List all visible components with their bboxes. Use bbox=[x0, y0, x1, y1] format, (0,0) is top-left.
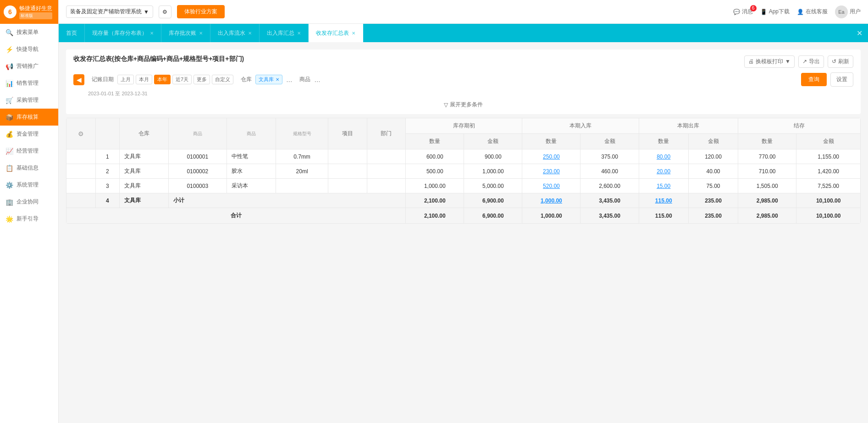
warehouse-tag[interactable]: 文具库 ✕ bbox=[255, 75, 282, 84]
tabbar: 首页 现存量（库存分布表） ✕ 库存批次账 ✕ 出入库流水 ✕ 出入库汇总 ✕ … bbox=[59, 24, 868, 42]
sidebar-item-search[interactable]: 🔍 搜索菜单 bbox=[0, 24, 58, 41]
date-btn-7days[interactable]: 近7天 bbox=[172, 75, 192, 84]
basic-icon: 📋 bbox=[6, 165, 13, 172]
sidebar-item-guide[interactable]: 🌟 新手引导 bbox=[0, 210, 58, 227]
date-filter: 记账日期 上月 本月 本年 近7天 更多 自定义 bbox=[92, 75, 233, 84]
row-warehouse: 文具库 bbox=[119, 149, 168, 164]
operations-icon: 📈 bbox=[6, 148, 13, 155]
col-settings-header[interactable]: ⚙ bbox=[66, 118, 96, 149]
col-in-amt: 金额 bbox=[581, 134, 639, 149]
sidebar-item-corp[interactable]: 🏢 企业协同 bbox=[0, 193, 58, 210]
table-row: 2 文具库 0100002 胶水 20ml 500.00 1,000.00 23… bbox=[66, 164, 861, 179]
system-selector[interactable]: 装备及固定资产辅助管理系统 ▼ bbox=[66, 5, 153, 18]
message-button[interactable]: 💬 消息 6 bbox=[733, 8, 753, 16]
message-icon: 💬 bbox=[733, 9, 740, 15]
col-in-qty: 数量 bbox=[522, 134, 581, 149]
row-out-qty[interactable]: 115.00 bbox=[639, 193, 688, 208]
row-open-qty: 500.00 bbox=[406, 164, 464, 179]
tab-inout-flow[interactable]: 出入库流水 ✕ bbox=[210, 24, 260, 42]
date-btn-custom[interactable]: 自定义 bbox=[212, 75, 233, 84]
tab-close-receive-summary[interactable]: ✕ bbox=[352, 31, 355, 36]
sidebar-item-purchase[interactable]: 🛒 采购管理 bbox=[0, 92, 58, 109]
col-close-qty: 数量 bbox=[738, 134, 796, 149]
expand-more-button[interactable]: ▽ 展开更多条件 bbox=[444, 101, 483, 109]
row-spec: 20ml bbox=[276, 164, 328, 179]
footer-in-qty: 1,000.00 bbox=[522, 208, 581, 224]
query-button[interactable]: 查询 bbox=[801, 73, 827, 86]
row-in-amt: 3,435.00 bbox=[581, 193, 639, 208]
sidebar-item-system[interactable]: ⚙️ 系统管理 bbox=[0, 176, 58, 193]
tab-receive-summary[interactable]: 收发存汇总表 ✕ bbox=[309, 24, 363, 42]
row-in-amt: 375.00 bbox=[581, 149, 639, 164]
row-out-qty[interactable]: 80.00 bbox=[639, 149, 688, 164]
row-open-qty: 600.00 bbox=[406, 149, 464, 164]
warehouse-tag-remove[interactable]: ✕ bbox=[276, 77, 279, 82]
date-btn-last-month[interactable]: 上月 bbox=[117, 75, 134, 84]
row-close-qty: 770.00 bbox=[738, 149, 796, 164]
export-button[interactable]: ↗ 导出 bbox=[798, 55, 824, 68]
product-more-button[interactable]: ... bbox=[314, 76, 320, 84]
close-all-tabs-button[interactable]: ✕ bbox=[851, 29, 868, 38]
row-name: 胶水 bbox=[227, 164, 276, 179]
trial-button[interactable]: 体验行业方案 bbox=[177, 5, 225, 18]
filter-settings-button[interactable]: 设置 bbox=[830, 72, 853, 87]
footer-open-qty: 2,100.00 bbox=[406, 208, 464, 224]
col-name-header: 商品 bbox=[227, 118, 276, 149]
data-table: ⚙ 仓库 商品 商品 规格型号 项目 部门 库存期初 本期入库 本期出库 结存 bbox=[66, 118, 861, 224]
sidebar-item-operations[interactable]: 📈 经营管理 bbox=[0, 143, 58, 159]
sidebar-logo: 6 畅捷通好生意 标准版 bbox=[0, 0, 58, 24]
row-dept bbox=[367, 164, 405, 179]
filter-toggle[interactable]: ◀ bbox=[73, 74, 84, 85]
print-button[interactable]: 🖨 换模板打印 ▼ bbox=[744, 55, 795, 68]
row-dept bbox=[367, 149, 405, 164]
sidebar-item-finance[interactable]: 💰 资金管理 bbox=[0, 126, 58, 143]
col-close-amt: 金额 bbox=[796, 134, 861, 149]
tab-batch[interactable]: 库存批次账 ✕ bbox=[161, 24, 210, 42]
row-out-qty[interactable]: 20.00 bbox=[639, 164, 688, 179]
tab-close-inout-summary[interactable]: ✕ bbox=[297, 31, 301, 36]
sidebar-item-marketing[interactable]: 📢 营销推广 bbox=[0, 58, 58, 75]
user-menu[interactable]: Ea 用户 bbox=[835, 5, 861, 18]
row-out-qty[interactable]: 15.00 bbox=[639, 179, 688, 193]
tab-inventory-dist[interactable]: 现存量（库存分布表） ✕ bbox=[85, 24, 161, 42]
date-btn-this-year[interactable]: 本年 bbox=[154, 75, 171, 84]
sidebar-item-basic[interactable]: 📋 基础信息 bbox=[0, 159, 58, 176]
row-open-qty: 2,100.00 bbox=[406, 193, 464, 208]
gear-icon: ⚙ bbox=[162, 9, 167, 15]
page-header: 收发存汇总表(按仓库+商品编码+商品+规格型号+项目+部门) 🖨 换模板打印 ▼… bbox=[66, 49, 861, 114]
tab-close-inventory-dist[interactable]: ✕ bbox=[150, 31, 154, 36]
sidebar-item-quick-nav[interactable]: ⚡ 快捷导航 bbox=[0, 41, 58, 58]
chevron-down-icon-expand: ▽ bbox=[444, 102, 448, 108]
table-settings-icon[interactable]: ⚙ bbox=[78, 130, 84, 137]
settings-button[interactable]: ⚙ bbox=[159, 5, 171, 18]
row-close-amt: 1,420.00 bbox=[796, 164, 861, 179]
date-btn-this-month[interactable]: 本月 bbox=[136, 75, 152, 84]
arrow-left-icon: ◀ bbox=[77, 76, 82, 83]
tab-home[interactable]: 首页 bbox=[59, 24, 85, 42]
refresh-button[interactable]: ↺ 刷新 bbox=[828, 55, 853, 68]
tab-close-batch[interactable]: ✕ bbox=[199, 31, 203, 36]
row-close-amt: 10,100.00 bbox=[796, 193, 861, 208]
row-in-qty[interactable]: 1,000.00 bbox=[522, 193, 581, 208]
date-btn-more[interactable]: 更多 bbox=[194, 75, 210, 84]
row-open-amt: 900.00 bbox=[464, 149, 522, 164]
row-warehouse: 文具库 bbox=[119, 179, 168, 193]
row-open-amt: 5,000.00 bbox=[464, 179, 522, 193]
app-download-button[interactable]: 📱 App下载 bbox=[760, 8, 790, 16]
refresh-icon: ↺ bbox=[832, 58, 836, 65]
row-dept bbox=[367, 179, 405, 193]
row-in-qty[interactable]: 520.00 bbox=[522, 179, 581, 193]
table-row: 1 文具库 0100001 中性笔 0.7mm 600.00 900.00 25… bbox=[66, 149, 861, 164]
sidebar-item-sales[interactable]: 📊 销售管理 bbox=[0, 75, 58, 92]
row-in-qty[interactable]: 250.00 bbox=[522, 149, 581, 164]
row-open-amt: 6,900.00 bbox=[464, 193, 522, 208]
sidebar-item-inventory[interactable]: 📦 库存核算 bbox=[0, 109, 58, 126]
tab-close-inout-flow[interactable]: ✕ bbox=[248, 31, 252, 36]
row-in-qty[interactable]: 230.00 bbox=[522, 164, 581, 179]
online-service-button[interactable]: 👤 在线客服 bbox=[797, 8, 828, 16]
tab-inout-summary[interactable]: 出入库汇总 ✕ bbox=[260, 24, 309, 42]
sales-icon: 📊 bbox=[6, 80, 13, 87]
col-out-header: 本期出库 bbox=[639, 118, 738, 134]
row-code: 0100002 bbox=[168, 164, 227, 179]
warehouse-more-button[interactable]: ... bbox=[286, 76, 292, 84]
